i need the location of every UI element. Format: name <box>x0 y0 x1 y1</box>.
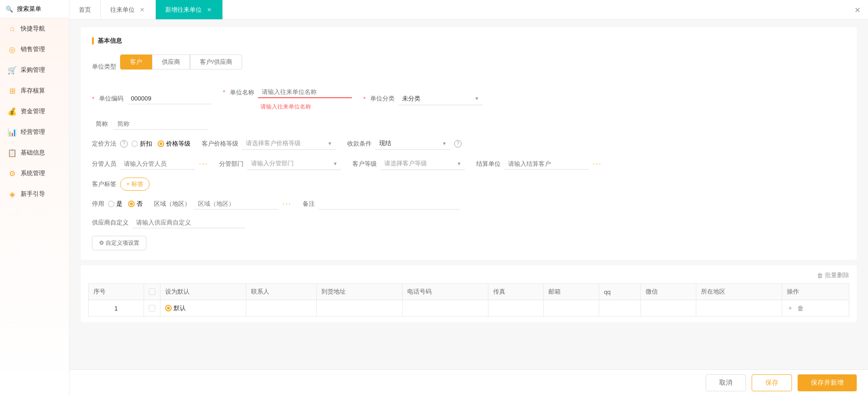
window-close-icon[interactable]: ✕ <box>854 5 860 14</box>
operations-icon: 📊 <box>8 127 17 137</box>
pricing-price-level-label: 价格等级 <box>166 140 190 148</box>
category-chevron: ▼ <box>474 96 479 101</box>
type-btn-both[interactable]: 客户/供应商 <box>190 54 242 70</box>
radio-circle-yes <box>108 201 114 207</box>
tab-contacts[interactable]: 往来单位 ✕ <box>101 0 156 19</box>
tab-home[interactable]: 首页 <box>69 0 101 19</box>
purchase-icon: 🛒 <box>8 65 17 75</box>
department-item: 分管部门 请输入分管部门 ▼ <box>219 157 341 170</box>
manager-row: 分管人员 ··· 分管部门 请输入分管部门 ▼ 客户等级 请选择客户等级 ▼ <box>92 157 845 170</box>
sidebar-item-quick-nav[interactable]: ⌂ 快捷导航 <box>0 18 69 39</box>
table-header-row: 序号 设为默认 联系人 到货地址 电话号码 传真 邮箱 qq 微信 所在地区 <box>89 284 849 300</box>
row-add-icon[interactable]: ＋ <box>787 304 793 312</box>
category-select[interactable]: 未分类 ▼ <box>398 93 483 105</box>
settlement-more-btn[interactable]: ··· <box>593 160 602 168</box>
customer-price-item: 客户价格等级 请选择客户价格等级 ▼ <box>202 137 336 150</box>
custom-settings-btn[interactable]: ⚙ 自定义项设置 <box>92 236 146 250</box>
row-wechat <box>641 300 696 317</box>
sales-icon: ◎ <box>8 45 17 54</box>
customer-level-label: 客户等级 <box>352 160 377 168</box>
remark-input[interactable] <box>319 198 459 210</box>
customer-price-select[interactable]: 请选择客户价格等级 ▼ <box>242 137 336 150</box>
code-input[interactable] <box>127 93 212 104</box>
region-more-btn[interactable]: ··· <box>282 200 291 208</box>
settlement-item: 结算单位 ··· <box>476 158 602 170</box>
sidebar-item-inventory[interactable]: ⊞ 库存核算 <box>0 80 69 101</box>
department-chevron: ▼ <box>333 161 337 166</box>
manager-input[interactable] <box>120 158 195 170</box>
row-email <box>544 300 599 317</box>
sidebar-item-sys-mgmt[interactable]: ⚙ 系统管理 <box>0 163 69 184</box>
header-checkbox[interactable] <box>149 288 155 295</box>
sidebar-item-finance[interactable]: 💰 资金管理 <box>0 101 69 122</box>
sidebar-label-operations: 经营管理 <box>21 128 45 136</box>
payment-help-icon[interactable]: ? <box>454 140 462 148</box>
category-value: 未分类 <box>402 94 420 103</box>
save-new-button[interactable]: 保存并新增 <box>798 374 857 391</box>
abbr-input[interactable] <box>114 118 207 130</box>
customer-level-placeholder: 请选择客户等级 <box>384 159 427 168</box>
row-region <box>696 300 782 317</box>
row-action-icons: ＋ 🗑 <box>787 304 844 312</box>
tab-new-contact-close[interactable]: ✕ <box>206 6 213 14</box>
radio-inner-no <box>130 202 133 205</box>
manager-more-btn[interactable]: ··· <box>199 160 208 168</box>
newbie-icon: ◈ <box>8 189 17 199</box>
batch-delete-btn[interactable]: 🗑 批量删除 <box>817 271 849 280</box>
disabled-no[interactable]: 否 <box>128 200 143 208</box>
name-input[interactable] <box>258 86 352 98</box>
search-menu[interactable]: 🔍 搜索菜单 <box>0 0 69 18</box>
col-phone: 电话号码 <box>403 284 488 300</box>
pricing-radio-discount[interactable]: 折扣 <box>131 140 152 148</box>
type-btn-customer[interactable]: 客户 <box>120 54 152 70</box>
col-email: 邮箱 <box>544 284 599 300</box>
basic-info-card: 基本信息 单位类型 客户 供应商 客户/供应商 * 单位编码 <box>81 27 857 260</box>
basic-info-icon: 📋 <box>8 148 17 157</box>
row-default-label: 默认 <box>174 304 186 312</box>
sidebar-item-basic-info[interactable]: 📋 基础信息 <box>0 142 69 163</box>
disabled-label: 停用 <box>92 200 104 208</box>
region-input[interactable] <box>194 198 279 210</box>
remark-item: 备注 <box>303 198 459 210</box>
sidebar: 🔍 搜索菜单 ⌂ 快捷导航 ◎ 销售管理 🛒 采购管理 ⊞ 库存核算 💰 资金管… <box>0 0 69 396</box>
save-button[interactable]: 保存 <box>752 374 792 391</box>
sys-icon: ⚙ <box>8 169 17 178</box>
abbr-row: 简称 <box>92 118 845 130</box>
supplier-custom-input[interactable] <box>132 217 245 228</box>
customer-price-placeholder: 请选择客户价格等级 <box>246 139 301 148</box>
row-contact <box>246 300 316 317</box>
tab-contacts-close[interactable]: ✕ <box>138 6 146 14</box>
pricing-radio-price-level[interactable]: 价格等级 <box>158 140 190 148</box>
payment-select[interactable]: 现结 ▼ <box>375 137 450 150</box>
add-tag-label: + 标签 <box>126 180 144 188</box>
region-item: 区域（地区） ··· <box>154 198 291 210</box>
category-label: 单位分类 <box>370 94 395 103</box>
disabled-radio-group: 是 否 <box>108 200 143 208</box>
add-tag-btn[interactable]: + 标签 <box>120 178 150 191</box>
customer-level-select[interactable]: 请选择客户等级 ▼ <box>381 157 465 170</box>
row-phone <box>403 300 488 317</box>
settlement-input[interactable] <box>504 158 589 170</box>
department-select[interactable]: 请输入分管部门 ▼ <box>247 157 341 170</box>
row-qq <box>599 300 641 317</box>
pricing-help-icon[interactable]: ? <box>120 140 128 148</box>
type-btn-supplier[interactable]: 供应商 <box>152 54 190 70</box>
row-default-radio[interactable]: 默认 <box>165 304 241 312</box>
row-checkbox[interactable] <box>149 305 155 311</box>
sidebar-item-newbie[interactable]: ◈ 新手引导 <box>0 184 69 204</box>
sidebar-label-inventory: 库存核算 <box>21 86 45 95</box>
payment-label: 收款条件 <box>347 140 372 148</box>
unit-type-label: 单位类型 <box>92 62 116 71</box>
supplier-custom-row: 供应商自定义 <box>92 217 845 228</box>
tag-item: 客户标签 + 标签 <box>92 178 150 191</box>
disabled-yes[interactable]: 是 <box>108 200 122 208</box>
cancel-button[interactable]: 取消 <box>706 374 746 391</box>
col-region: 所在地区 <box>696 284 782 300</box>
tab-new-contact-label: 新增往来单位 <box>165 6 202 14</box>
row-delete-icon[interactable]: 🗑 <box>797 304 804 312</box>
tab-new-contact[interactable]: 新增往来单位 ✕ <box>156 0 223 19</box>
sidebar-item-operations[interactable]: 📊 经营管理 <box>0 122 69 142</box>
row-default: 默认 <box>160 300 246 317</box>
sidebar-item-purchase[interactable]: 🛒 采购管理 <box>0 60 69 80</box>
sidebar-item-sales[interactable]: ◎ 销售管理 <box>0 39 69 60</box>
